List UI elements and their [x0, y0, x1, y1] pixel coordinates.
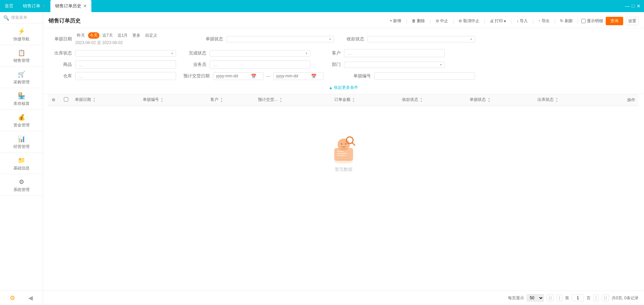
sidebar-item-label: 销售管理 [13, 58, 30, 64]
product-label: 商品 [48, 62, 75, 68]
sidebar-item-basic-info[interactable]: 📁 基础信息 [0, 153, 43, 174]
last-page-btn[interactable]: ⟩⟩ [602, 295, 609, 301]
warehouse-input[interactable]: ... [75, 72, 176, 80]
sidebar-search[interactable]: 🔍 搜索菜单 [0, 12, 43, 24]
sidebar-item-sys-mgmt[interactable]: ⚙ 系统管理 [0, 174, 43, 196]
show-detail-input[interactable] [581, 19, 586, 23]
complete-status-select[interactable]: ▾ [210, 50, 310, 56]
sidebar-item-quick-nav[interactable]: ⚡ 快捷导航 [0, 24, 43, 45]
stop-button[interactable]: ⊘ 中止 [434, 17, 450, 25]
sidebar-toggle-icon[interactable]: ◀ [28, 294, 33, 302]
col-customer[interactable]: 客户 ▲▼ [207, 94, 255, 106]
first-page-btn[interactable]: ⟨⟨ [547, 295, 554, 301]
tab-sales-order-history[interactable]: 销售订单历史 ✕ [50, 0, 91, 12]
gear-icon[interactable]: ⚙ [52, 98, 55, 102]
export-button[interactable]: ↑ 导出 [536, 17, 552, 25]
select-all-checkbox[interactable] [64, 97, 68, 102]
doc-no-input[interactable] [374, 72, 475, 80]
doc-status-select[interactable]: ▾ [226, 36, 334, 42]
date-btn-custom[interactable]: 自定义 [143, 32, 159, 39]
customer-label: 客户 [317, 50, 344, 56]
show-detail-label: 显示明细 [587, 18, 603, 24]
tab-home[interactable]: 首页 [0, 0, 18, 12]
date-label: 单据日期 [48, 36, 75, 42]
tab-sales-order[interactable]: 销售订单 ✕ [18, 0, 50, 12]
status-label: 单据状态 [200, 36, 226, 42]
next-page-btn[interactable]: ⟩ [593, 295, 599, 301]
col-doc-no[interactable]: 单据编号 ▲▼ [139, 94, 207, 106]
product-input[interactable]: ... [75, 61, 176, 69]
delivery-date-to-picker[interactable]: 📅 [273, 72, 324, 80]
delivery-date-from-picker[interactable]: 📅 [213, 72, 263, 80]
calendar-to-icon[interactable]: 📅 [311, 74, 316, 79]
customer-input[interactable]: ... [344, 49, 445, 57]
import-button[interactable]: ↓ 导入 [515, 17, 530, 25]
print-button[interactable]: 🖨 打印 ▾ [488, 17, 508, 25]
pagination: 每页显示 10 20 50 100 ⟨⟨ ⟨ 第 页 ⟩ ⟩⟩ 共0页, 0条记… [43, 291, 644, 305]
sort-payment-status: ▲▼ [420, 97, 423, 103]
date-btn-1month[interactable]: 近1月 [116, 32, 130, 39]
page-number-input[interactable] [572, 295, 584, 301]
sidebar-settings-icon[interactable]: ⚙ [10, 294, 15, 302]
delivery-date-to-input[interactable] [276, 74, 310, 78]
sidebar-item-sales-mgmt[interactable]: 📋 销售管理 [0, 45, 43, 67]
sidebar-item-capital-mgmt[interactable]: 💰 资金管理 [0, 110, 43, 131]
col-checkbox[interactable] [60, 94, 72, 106]
filter-row-2: 出库状态 ▾ 完成状态 ▾ 客户 ... [48, 49, 639, 57]
table-body: 暂无数据 [48, 106, 639, 186]
delivery-date-from-input[interactable] [216, 74, 250, 78]
department-select[interactable]: ▾ [344, 62, 445, 68]
col-order-amount[interactable]: 订单金额 ▲▼ [331, 94, 399, 106]
delete-button[interactable]: 🗑 删除 [410, 17, 427, 25]
doc-no-label: 单据编号 [347, 73, 374, 79]
salesperson-label: 业务员 [183, 62, 210, 68]
sidebar-item-purchase-mgmt[interactable]: 🛒 采购管理 [0, 67, 43, 88]
maximize-btn[interactable]: □ [632, 3, 635, 9]
sort-doc-no: ▲▼ [161, 97, 163, 103]
col-delivery-date[interactable]: 预计交货... ▲▼ [255, 94, 331, 106]
filter-row-1: 单据日期 昨天 今天 近7天 近1月 更多 自定义 2023-06-02 至 2… [48, 32, 639, 46]
outbound-status-select[interactable]: ▾ [75, 50, 176, 56]
settings-button[interactable]: 设置 [626, 17, 639, 25]
col-outbound-status[interactable]: 出库状态 ▲▼ [534, 94, 602, 106]
sidebar-item-label: 快捷导航 [13, 36, 30, 42]
collapse-button[interactable]: ▲ 收起更多条件 [48, 83, 639, 91]
col-doc-status[interactable]: 单据状态 ▲▼ [466, 94, 534, 106]
prev-page-btn[interactable]: ⟨ [557, 295, 562, 301]
svg-line-6 [352, 143, 355, 145]
col-doc-date[interactable]: 单据日期 ▲▼ [72, 94, 139, 106]
svg-point-4 [345, 143, 346, 145]
complete-status-label: 完成状态 [183, 50, 210, 56]
filter-area: 单据日期 昨天 今天 近7天 近1月 更多 自定义 2023-06-02 至 2… [43, 28, 644, 94]
payment-status-arrow: ▾ [470, 37, 472, 41]
data-table: ⚙ 单据日期 ▲▼ 单据编号 ▲▼ [48, 94, 639, 186]
sidebar-item-label: 经营管理 [13, 144, 30, 150]
col-settings[interactable]: ⚙ [48, 94, 60, 106]
sidebar-item-inventory[interactable]: 🏪 库存核算 [0, 88, 43, 110]
salesperson-input[interactable]: ... [210, 61, 310, 69]
capital-mgmt-icon: 💰 [18, 114, 25, 121]
date-btn-yesterday[interactable]: 昨天 [75, 32, 87, 39]
tab-sales-order-history-close[interactable]: ✕ [83, 4, 87, 8]
svg-rect-9 [337, 155, 345, 156]
close-btn[interactable]: ✕ [637, 3, 641, 9]
new-button[interactable]: + 新增 [388, 17, 403, 25]
tab-sales-order-close[interactable]: ✕ [42, 4, 46, 8]
query-button[interactable]: 查询 [606, 17, 623, 25]
ops-mgmt-icon: 📊 [18, 135, 25, 143]
main-layout: 🔍 搜索菜单 ⚡ 快捷导航 📋 销售管理 🛒 采购管理 🏪 库存核算 💰 资金管… [0, 12, 644, 305]
filter-row-4: 仓库 ... 预计交货日期 📅 — 📅 单据编号 [48, 72, 639, 80]
refresh-button[interactable]: ↻ 刷新 [558, 17, 574, 25]
minimize-btn[interactable]: — [625, 3, 630, 9]
search-menu-label: 搜索菜单 [11, 15, 27, 21]
cancel-stop-button[interactable]: ⊘ 取消中止 [457, 17, 481, 25]
date-btn-today[interactable]: 今天 [88, 32, 99, 39]
payment-status-select[interactable]: ▾ [368, 36, 475, 42]
date-btn-7days[interactable]: 近7天 [101, 32, 115, 39]
col-payment-status[interactable]: 收款状态 ▲▼ [399, 94, 467, 106]
sidebar: 🔍 搜索菜单 ⚡ 快捷导航 📋 销售管理 🛒 采购管理 🏪 库存核算 💰 资金管… [0, 12, 43, 305]
sidebar-item-ops-mgmt[interactable]: 📊 经营管理 [0, 131, 43, 153]
date-btn-more[interactable]: 更多 [131, 32, 142, 39]
calendar-from-icon[interactable]: 📅 [251, 74, 256, 79]
page-size-select[interactable]: 10 20 50 100 [527, 294, 544, 302]
